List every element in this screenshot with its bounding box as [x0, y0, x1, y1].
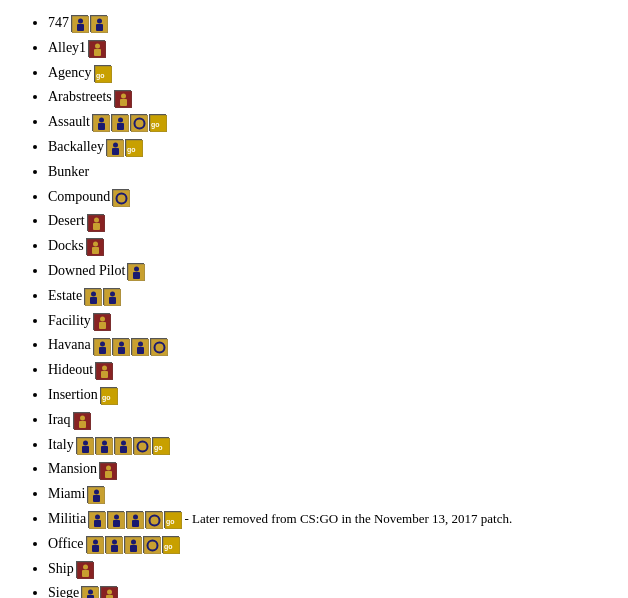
t-icon — [114, 90, 131, 107]
ring-icon — [112, 189, 129, 206]
svg-point-91 — [114, 515, 119, 520]
svg-rect-48 — [99, 322, 106, 329]
svg-rect-95 — [132, 520, 139, 527]
list-item: Office go — [48, 532, 608, 556]
csgo-icon: go — [149, 114, 166, 131]
ct-icon — [103, 288, 120, 305]
svg-rect-62 — [101, 371, 108, 378]
svg-text:go: go — [127, 146, 136, 154]
svg-rect-67 — [79, 421, 86, 428]
svg-point-25 — [113, 143, 118, 148]
svg-rect-121 — [106, 595, 113, 598]
map-name: Miami — [48, 486, 85, 501]
svg-text:go: go — [166, 518, 175, 526]
list-item: Estate — [48, 284, 608, 308]
svg-text:go: go — [154, 444, 163, 452]
ring-icon — [150, 338, 167, 355]
svg-point-41 — [91, 292, 96, 297]
map-name: Insertion — [48, 387, 98, 402]
list-item: Bunker — [48, 160, 608, 184]
svg-text:go: go — [164, 543, 173, 551]
svg-point-38 — [134, 267, 139, 272]
t-icon — [87, 214, 104, 231]
csgo-icon: go — [164, 511, 181, 528]
svg-point-1 — [78, 19, 83, 24]
svg-point-66 — [80, 416, 85, 421]
list-item: Backalley go — [48, 135, 608, 159]
svg-point-61 — [102, 366, 107, 371]
map-name: Italy — [48, 437, 74, 452]
svg-point-107 — [131, 540, 136, 545]
map-name: Havana — [48, 337, 91, 352]
svg-rect-83 — [105, 471, 112, 478]
ct-icon — [107, 511, 124, 528]
svg-point-85 — [94, 490, 99, 495]
map-name: Ship — [48, 561, 74, 576]
ct-icon — [88, 511, 105, 528]
svg-point-94 — [133, 515, 138, 520]
svg-rect-57 — [137, 347, 144, 354]
list-item: Downed Pilot — [48, 259, 608, 283]
list-item: Compound — [48, 185, 608, 209]
t-icon — [99, 462, 116, 479]
ct-icon — [106, 139, 123, 156]
list-item: Desert — [48, 209, 608, 233]
list-item: Miami — [48, 482, 608, 506]
svg-rect-45 — [109, 297, 116, 304]
svg-point-53 — [119, 341, 124, 346]
map-name: Mansion — [48, 461, 97, 476]
ct-icon — [84, 288, 101, 305]
list-item: Alley1 — [48, 36, 608, 60]
map-name: Assault — [48, 114, 90, 129]
ct-icon — [112, 338, 129, 355]
ring-icon — [145, 511, 162, 528]
svg-point-7 — [95, 44, 100, 49]
svg-rect-54 — [118, 347, 125, 354]
svg-rect-13 — [120, 99, 127, 106]
svg-rect-105 — [111, 545, 118, 552]
svg-point-35 — [93, 242, 98, 247]
ct-icon — [76, 437, 93, 454]
ct-icon — [126, 511, 143, 528]
ct-icon — [81, 586, 98, 598]
ct-icon — [87, 486, 104, 503]
svg-point-120 — [107, 589, 112, 594]
t-icon — [95, 362, 112, 379]
ct-icon — [95, 437, 112, 454]
map-name: Agency — [48, 65, 92, 80]
map-name: Downed Pilot — [48, 263, 125, 278]
list-item: Havana — [48, 333, 608, 357]
svg-point-56 — [138, 341, 143, 346]
svg-rect-19 — [117, 123, 124, 130]
t-icon — [93, 313, 110, 330]
svg-rect-36 — [92, 247, 99, 254]
list-item: Mansion — [48, 457, 608, 481]
svg-rect-51 — [99, 347, 106, 354]
svg-point-15 — [99, 118, 104, 123]
csgo-icon: go — [100, 387, 117, 404]
map-name: Bunker — [48, 164, 89, 179]
t-icon — [73, 412, 90, 429]
svg-rect-42 — [90, 297, 97, 304]
csgo-icon: go — [125, 139, 142, 156]
svg-point-104 — [112, 540, 117, 545]
svg-rect-2 — [77, 24, 84, 31]
list-item: Facility — [48, 309, 608, 333]
map-name: Siege — [48, 585, 79, 598]
map-note: - Later removed from CS:GO in the Novemb… — [181, 511, 512, 526]
list-item: Assault go — [48, 110, 608, 134]
svg-rect-8 — [94, 49, 101, 56]
csgo-icon: go — [94, 65, 111, 82]
ring-icon — [130, 114, 147, 131]
t-icon — [86, 238, 103, 255]
map-name: Docks — [48, 238, 84, 253]
map-name: Hideout — [48, 362, 93, 377]
map-name: Compound — [48, 189, 110, 204]
map-name: Arabstreets — [48, 89, 112, 104]
map-name: Iraq — [48, 412, 71, 427]
svg-point-18 — [118, 118, 123, 123]
list-item: 747 — [48, 11, 608, 35]
ct-icon — [131, 338, 148, 355]
svg-point-12 — [121, 93, 126, 98]
svg-rect-115 — [82, 570, 89, 577]
